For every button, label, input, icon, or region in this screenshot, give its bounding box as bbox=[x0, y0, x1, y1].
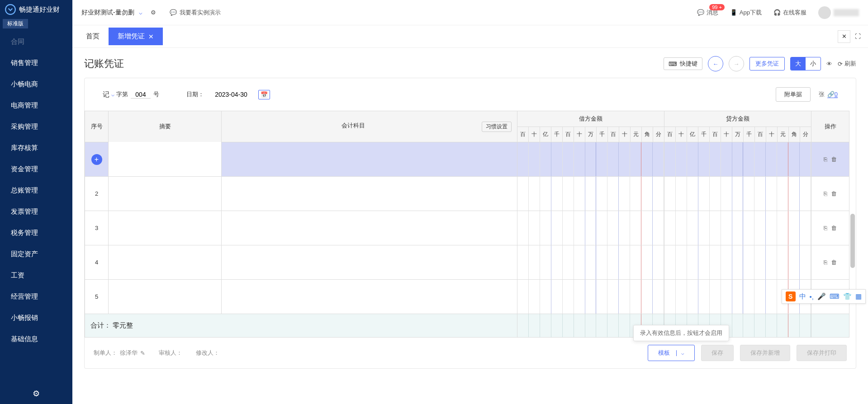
mic-icon[interactable]: 🎤 bbox=[817, 292, 826, 301]
app-download-button[interactable]: 📱 App下载 bbox=[730, 9, 762, 17]
sidebar-item-ledger[interactable]: 总账管理 bbox=[0, 180, 72, 201]
chevron-down-icon[interactable]: ⌵ bbox=[676, 350, 684, 356]
sidebar-item-operation[interactable]: 经营管理 bbox=[0, 286, 72, 307]
attach-document-button[interactable]: 附单据 bbox=[776, 87, 811, 102]
voucher-number-input[interactable] bbox=[131, 91, 151, 99]
shortcut-label: 快捷键 bbox=[680, 60, 697, 68]
close-all-tabs-button[interactable]: ✕ bbox=[838, 30, 850, 43]
org-selector[interactable]: 好业财测试-量勿删 ⌵ bbox=[81, 9, 142, 17]
ime-punct-button[interactable]: •, bbox=[810, 293, 814, 301]
org-settings-icon[interactable]: ⚙ bbox=[151, 9, 156, 16]
logo-icon bbox=[5, 4, 16, 15]
shortcut-button[interactable]: ⌨ 快捷键 bbox=[664, 57, 702, 70]
credit-cell[interactable] bbox=[664, 142, 811, 177]
account-cell[interactable] bbox=[222, 245, 517, 280]
calendar-icon[interactable]: 📅 bbox=[258, 90, 270, 99]
template-label: 模板 bbox=[658, 349, 670, 357]
copy-row-icon[interactable]: ⎘ bbox=[824, 225, 827, 231]
sidebar-item-tax[interactable]: 税务管理 bbox=[0, 222, 72, 244]
voucher-date-input[interactable] bbox=[209, 91, 254, 98]
more-vouchers-button[interactable]: 更多凭证 bbox=[749, 57, 785, 70]
demo-link[interactable]: 💬 我要看实例演示 bbox=[170, 9, 221, 17]
sidebar-item-xiaochang-ec[interactable]: 小畅电商 bbox=[0, 74, 72, 95]
grid-icon[interactable]: ▦ bbox=[855, 292, 862, 301]
skin-icon[interactable]: 👕 bbox=[843, 292, 852, 301]
username-blurred bbox=[834, 9, 859, 16]
summary-cell[interactable] bbox=[109, 245, 222, 280]
voucher-footer: 制单人： 徐泽华 ✎ 审核人： 修改人： 模板 ⌵ 保存 保存并新增 保存并打印… bbox=[85, 338, 856, 368]
size-small-button[interactable]: 小 bbox=[806, 57, 821, 70]
topbar: 好业财测试-量勿删 ⌵ ⚙ 💬 我要看实例演示 💬 消息 99 + 📱 App下… bbox=[72, 0, 868, 25]
table-scrollbar[interactable] bbox=[850, 214, 855, 268]
sogou-logo-icon: S bbox=[786, 291, 796, 301]
org-name: 好业财测试-量勿删 bbox=[81, 9, 134, 17]
user-menu[interactable] bbox=[818, 6, 859, 19]
refresh-label: 刷新 bbox=[844, 60, 856, 68]
credit-cell[interactable] bbox=[664, 177, 811, 211]
size-large-button[interactable]: 大 bbox=[791, 57, 806, 70]
avatar bbox=[818, 6, 831, 19]
summary-cell[interactable] bbox=[109, 177, 222, 211]
credit-cell[interactable] bbox=[664, 245, 811, 280]
total-label: 合计： bbox=[90, 321, 111, 329]
ime-lang-button[interactable]: 中 bbox=[799, 292, 806, 301]
preview-icon[interactable]: 👁 bbox=[826, 61, 832, 67]
sidebar-item-ecommerce[interactable]: 电商管理 bbox=[0, 95, 72, 116]
sidebar-menu: 合同 销售管理 小畅电商 电商管理 采购管理 库存核算 资金管理 总账管理 发票… bbox=[0, 31, 72, 383]
sidebar-item-reimburse[interactable]: 小畅报销 bbox=[0, 307, 72, 329]
sidebar-item-procure[interactable]: 采购管理 bbox=[0, 116, 72, 137]
sidebar-item-fixedasset[interactable]: 固定资产 bbox=[0, 244, 72, 265]
attachment-link-icon[interactable]: 🔗0 bbox=[827, 91, 838, 98]
sidebar-item-basicinfo[interactable]: 基础信息 bbox=[0, 329, 72, 350]
debit-cell[interactable] bbox=[517, 280, 664, 314]
keyboard-icon[interactable]: ⌨ bbox=[830, 292, 840, 301]
size-toggle: 大 小 bbox=[790, 57, 821, 70]
delete-row-icon[interactable]: 🗑 bbox=[831, 225, 837, 231]
sidebar-settings-icon[interactable]: ⚙ bbox=[0, 383, 72, 404]
credit-cell[interactable] bbox=[664, 211, 811, 245]
customer-service-button[interactable]: 🎧 在线客服 bbox=[773, 9, 806, 17]
edit-maker-icon[interactable]: ✎ bbox=[140, 350, 145, 357]
debit-cell[interactable] bbox=[517, 211, 664, 245]
account-cell[interactable] bbox=[222, 280, 517, 314]
tab-home[interactable]: 首页 bbox=[77, 28, 109, 45]
account-cell[interactable] bbox=[222, 177, 517, 211]
account-cell[interactable] bbox=[222, 142, 517, 177]
summary-input[interactable] bbox=[109, 142, 221, 176]
voucher-type-selector[interactable]: 记 ⌵ bbox=[103, 90, 114, 99]
habit-settings-button[interactable]: 习惯设置 bbox=[482, 122, 512, 132]
copy-row-icon[interactable]: ⎘ bbox=[824, 156, 827, 163]
sidebar-item-invoice[interactable]: 发票管理 bbox=[0, 201, 72, 222]
brand-logo: 畅捷通好业财 bbox=[0, 0, 72, 19]
copy-row-icon[interactable]: ⎘ bbox=[824, 259, 827, 266]
tab-new-voucher[interactable]: 新增凭证 ✕ bbox=[109, 28, 163, 45]
summary-cell[interactable] bbox=[109, 211, 222, 245]
tab-close-icon[interactable]: ✕ bbox=[148, 33, 154, 40]
next-voucher-button[interactable]: → bbox=[729, 56, 744, 71]
sidebar-item-contract[interactable]: 合同 bbox=[0, 31, 72, 52]
delete-row-icon[interactable]: 🗑 bbox=[831, 156, 837, 163]
copy-row-icon[interactable]: ⎘ bbox=[824, 190, 827, 197]
delete-row-icon[interactable]: 🗑 bbox=[831, 259, 837, 266]
sidebar-item-funds[interactable]: 资金管理 bbox=[0, 159, 72, 180]
voucher-word-label: 字第 bbox=[116, 90, 128, 99]
total-ops-cell bbox=[811, 314, 849, 338]
chat-icon: 💬 bbox=[170, 9, 177, 16]
messages-button[interactable]: 💬 消息 99 + bbox=[697, 9, 718, 17]
debit-cell[interactable] bbox=[517, 177, 664, 211]
summary-cell[interactable] bbox=[109, 280, 222, 314]
add-row-button[interactable]: + bbox=[91, 154, 102, 165]
ime-toolbar[interactable]: S 中 •, 🎤 ⌨ 👕 ▦ bbox=[782, 289, 866, 304]
delete-row-icon[interactable]: 🗑 bbox=[831, 190, 837, 197]
fullscreen-icon[interactable]: ⛶ bbox=[855, 33, 861, 40]
sidebar-item-sales[interactable]: 销售管理 bbox=[0, 52, 72, 74]
sidebar-item-inventory[interactable]: 库存核算 bbox=[0, 137, 72, 159]
summary-cell[interactable] bbox=[109, 142, 222, 177]
refresh-button[interactable]: ⟳ 刷新 bbox=[838, 60, 856, 68]
debit-cell[interactable] bbox=[517, 142, 664, 177]
debit-cell[interactable] bbox=[517, 245, 664, 280]
template-button[interactable]: 模板 ⌵ bbox=[648, 345, 695, 361]
account-cell[interactable] bbox=[222, 211, 517, 245]
sidebar-item-salary[interactable]: 工资 bbox=[0, 265, 72, 286]
prev-voucher-button[interactable]: ← bbox=[708, 56, 723, 71]
